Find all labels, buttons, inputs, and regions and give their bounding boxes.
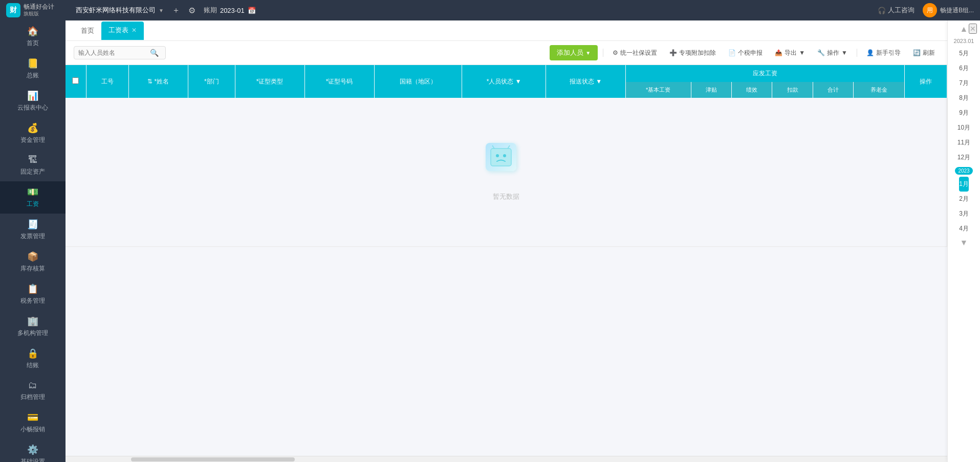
empty-icon <box>486 143 527 184</box>
sidebar-icon-expense: 💳 <box>27 412 38 423</box>
tab-close-salary-tab[interactable]: ✕ <box>132 27 137 34</box>
calendar-icon[interactable]: 📅 <box>248 7 256 14</box>
sidebar-item-ledger[interactable]: 📒总账 <box>0 53 66 85</box>
sidebar-label-salary: 工资 <box>27 200 39 208</box>
special-deduction-btn[interactable]: ➕ 专项附加扣除 <box>665 47 720 59</box>
table-body: 暂无数据 <box>66 98 947 247</box>
sidebar-item-archive[interactable]: 🗂归档管理 <box>0 375 66 407</box>
date-panel-close-btn[interactable]: ✕ <box>969 24 977 34</box>
sidebar-item-multiorg[interactable]: 🏢多机构管理 <box>0 310 66 343</box>
date-month-5月[interactable]: 5月 <box>957 46 970 61</box>
date-month-11月[interactable]: 11月 <box>957 135 970 150</box>
headset-icon: 🎧 <box>878 7 886 14</box>
tab-home-tab[interactable]: 首页 <box>74 22 101 39</box>
table-header-row-1: 工号 ⇅ *姓名 *部门 *证型类型 *证型号码 国籍（地区） *人员状态 ▼ … <box>66 65 947 82</box>
export-btn[interactable]: 📤 导出 ▼ <box>771 47 809 59</box>
date-month-6月[interactable]: 6月 <box>957 61 970 76</box>
main-layout: 🏠首页📒总账📊云报表中心💰资金管理🏗固定资产💵工资🧾发票管理📦库存核算📋税务管理… <box>0 20 980 462</box>
sidebar-item-inventory[interactable]: 📦库存核算 <box>0 246 66 278</box>
sidebar-icon-home: 🏠 <box>27 26 38 37</box>
add-btn-dropdown-icon: ▼ <box>585 50 591 56</box>
h-scrollbar-thumb[interactable] <box>131 457 295 461</box>
refresh-icon: 🔄 <box>913 49 921 56</box>
sidebar-label-tax: 税务管理 <box>20 297 45 305</box>
report-filter-icon[interactable]: ▼ <box>596 78 602 85</box>
user-area[interactable]: 用 畅捷通B组... <box>923 3 974 17</box>
company-dropdown-icon: ▼ <box>159 8 164 13</box>
guide-btn[interactable]: 👤 新手引导 <box>862 47 905 59</box>
search-wrap[interactable]: 🔍 <box>74 46 166 59</box>
sidebar-item-asset[interactable]: 🏗固定资产 <box>0 150 66 181</box>
sidebar-icon-inventory: 📦 <box>27 251 38 262</box>
header-actions: ＋ ⚙ <box>170 3 198 18</box>
status-filter-icon[interactable]: ▼ <box>515 78 521 85</box>
social-settings-icon: ⚙ <box>613 49 618 56</box>
empty-icon-inner <box>486 143 516 171</box>
settings-header-btn[interactable]: ⚙ <box>186 4 198 17</box>
th-report-status: 报送状态 ▼ <box>546 65 625 98</box>
th-empid: 工号 <box>86 65 128 98</box>
date-month-7月[interactable]: 7月 <box>957 76 970 91</box>
refresh-btn[interactable]: 🔄 刷新 <box>909 47 939 59</box>
social-settings-label: 统一社保设置 <box>620 49 657 57</box>
sidebar-item-expense[interactable]: 💳小畅报销 <box>0 407 66 439</box>
operations-btn[interactable]: 🔧 操作 ▼ <box>813 47 852 59</box>
header-right: 🎧 人工咨询 用 畅捷通B组... <box>878 3 974 17</box>
sidebar-item-settings[interactable]: ⚙️基础设置 <box>0 439 66 462</box>
th-status: *人员状态 ▼ <box>462 65 546 98</box>
sidebar-item-home[interactable]: 🏠首页 <box>0 20 66 53</box>
sidebar-item-salary[interactable]: 💵工资 <box>0 181 66 214</box>
export-label: 导出 <box>785 49 797 57</box>
sidebar-label-multiorg: 多机构管理 <box>17 329 48 338</box>
company-selector[interactable]: 西安虾米网络科技有限公司 ▼ <box>76 6 164 15</box>
special-deduction-icon: ➕ <box>669 49 677 56</box>
empty-row: 暂无数据 <box>66 98 947 247</box>
th-idno: *证型号码 <box>304 65 374 98</box>
service-label: 人工咨询 <box>888 6 914 15</box>
date-month-curr-3月[interactable]: 3月 <box>959 206 969 221</box>
date-next-arrow[interactable]: ▼ <box>948 236 980 249</box>
date-month-curr-1月[interactable]: 1月 <box>959 177 969 192</box>
search-icon[interactable]: 🔍 <box>150 49 159 57</box>
social-settings-btn[interactable]: ⚙ 统一社保设置 <box>608 47 661 59</box>
sidebar-label-ledger: 总账 <box>27 71 39 80</box>
th-dept: *部门 <box>188 65 235 98</box>
sidebar-icon-close: 🔒 <box>27 348 38 359</box>
date-month-8月[interactable]: 8月 <box>957 91 970 106</box>
personal-tax-btn[interactable]: 📄 个税申报 <box>724 47 767 59</box>
refresh-label: 刷新 <box>923 49 935 57</box>
service-button[interactable]: 🎧 人工咨询 <box>878 6 914 15</box>
tab-salary-tab[interactable]: 工资表✕ <box>101 22 144 40</box>
app-name: 畅通好会计 <box>24 3 54 10</box>
date-month-12月[interactable]: 12月 <box>957 150 970 165</box>
date-month-curr-2月[interactable]: 2月 <box>959 192 969 206</box>
special-deduction-label: 专项附加扣除 <box>679 49 716 57</box>
th-checkbox[interactable] <box>66 65 86 98</box>
date-year-badge[interactable]: 2023 <box>955 167 972 175</box>
add-header-btn[interactable]: ＋ <box>170 3 182 18</box>
th-salary-group: 应发工资 <box>625 65 904 82</box>
date-month-10月[interactable]: 10月 <box>957 120 970 135</box>
date-month-9月[interactable]: 9月 <box>957 106 970 120</box>
svg-line-4 <box>508 145 510 149</box>
add-person-button[interactable]: 添加人员 ▼ <box>550 45 598 60</box>
sidebar-item-report[interactable]: 📊云报表中心 <box>0 85 66 117</box>
sidebar-item-tax[interactable]: 📋税务管理 <box>0 278 66 310</box>
date-prev-months: 5月6月7月8月9月10月11月12月 <box>957 46 970 165</box>
select-all-checkbox[interactable] <box>72 77 79 84</box>
sidebar-item-invoice[interactable]: 🧾发票管理 <box>0 214 66 246</box>
sidebar-item-close[interactable]: 🔒结账 <box>0 343 66 375</box>
sidebar-icon-archive: 🗂 <box>28 380 37 391</box>
sidebar-item-fund[interactable]: 💰资金管理 <box>0 117 66 150</box>
h-scrollbar[interactable] <box>66 456 947 462</box>
sidebar-icon-fund: 💰 <box>27 122 38 134</box>
tab-label-salary-tab: 工资表 <box>108 26 128 35</box>
operations-label: 操作 <box>827 49 839 57</box>
date-month-curr-4月[interactable]: 4月 <box>959 221 969 236</box>
th-name-sort-icon[interactable]: ⇅ <box>147 78 153 85</box>
svg-line-3 <box>492 145 494 149</box>
th-allowance: 津贴 <box>691 82 731 98</box>
table-container: 工号 ⇅ *姓名 *部门 *证型类型 *证型号码 国籍（地区） *人员状态 ▼ … <box>66 65 947 456</box>
search-input[interactable] <box>78 49 150 56</box>
account-period: 账期 2023-01 📅 <box>204 6 256 15</box>
